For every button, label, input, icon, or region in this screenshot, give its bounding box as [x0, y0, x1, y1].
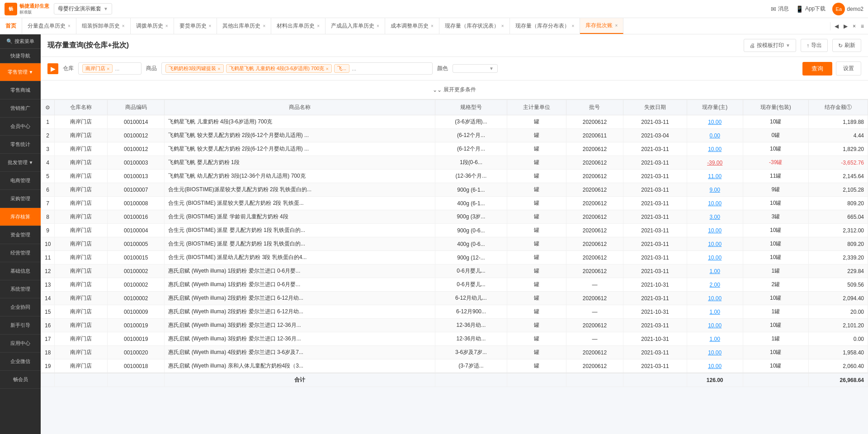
cell-qty-main[interactable]: 10.00	[687, 224, 743, 237]
sidebar-item-retail-mall[interactable]: 零售商城	[0, 81, 41, 99]
tab-nav-close[interactable]: ×	[851, 22, 858, 30]
table-row: 2 南岸门店 00100012 飞鹤星飞帆 较大婴儿配方奶粉 2段(6-12个月…	[41, 129, 868, 142]
tab-nav-left[interactable]: ◀	[833, 22, 840, 30]
tab-11[interactable]: 库存批次账 ×	[580, 18, 623, 34]
product-tag-close-2[interactable]: ×	[326, 66, 328, 71]
product-tag-more[interactable]: 飞...	[334, 64, 349, 73]
tab-close-10[interactable]: ×	[572, 24, 575, 28]
tab-nav: ◀ ▶ × ≡	[830, 22, 868, 30]
tab-8[interactable]: 成本调整单历史 ×	[385, 18, 439, 34]
cell-qty-main[interactable]: -39.00	[687, 156, 743, 170]
sidebar-item-guide[interactable]: 新手引导	[0, 316, 41, 335]
sidebar-item-basic-info[interactable]: 基础信息	[0, 262, 41, 280]
cell-no: 5	[41, 170, 55, 183]
tab-close-8[interactable]: ×	[431, 24, 434, 28]
sidebar-item-enterprise[interactable]: 企业协同	[0, 298, 41, 316]
warehouse-tag-close[interactable]: ×	[107, 66, 109, 71]
print-button[interactable]: 🖨 按模板打印 ▼	[744, 39, 796, 52]
industry-selector[interactable]: 母婴行业演示账套 ▼	[54, 3, 112, 14]
cell-name: 合生元 (BIOSTIME) 派星幼儿配方奶粉 3段 乳铁蛋白的4...	[165, 251, 435, 264]
tab-close-11[interactable]: ×	[615, 23, 618, 28]
product-tag-close-1[interactable]: ×	[217, 66, 220, 71]
cell-qty-main[interactable]: 1.00	[687, 332, 743, 346]
tab-7[interactable]: 产成品入库单历史 ×	[326, 18, 385, 34]
sidebar-item-retail-stats[interactable]: 零售统计	[0, 136, 41, 154]
cell-qty-main[interactable]: 10.00	[687, 292, 743, 305]
sidebar-item-system[interactable]: 系统管理	[0, 280, 41, 298]
cell-qty-main[interactable]: 10.00	[687, 346, 743, 359]
tab-close-4[interactable]: ×	[209, 24, 212, 28]
product-more-btn[interactable]: ...	[352, 66, 356, 72]
tab-5[interactable]: 其他出库单历史 ×	[217, 18, 271, 34]
tab-1[interactable]: 分量盘点单历史 ×	[22, 18, 76, 34]
cell-qty-main[interactable]: 10.00	[687, 115, 743, 129]
tab-home[interactable]: 首页	[0, 18, 22, 34]
product-tag-1[interactable]: 飞鹤奶粉3段丙罐提装 ×	[165, 64, 224, 73]
color-filter-label: 颜色	[437, 65, 448, 72]
product-filter-input[interactable]: 飞鹤奶粉3段丙罐提装 × 飞鹤星飞帆 儿童奶粉 4段(3-6岁适用) 700克 …	[161, 62, 433, 75]
warehouse-filter-input[interactable]: 南岸门店 × ...	[78, 62, 142, 75]
cell-qty-main[interactable]: 10.00	[687, 359, 743, 373]
sidebar-item-ecommerce[interactable]: 电商管理	[0, 172, 41, 190]
warehouse-more[interactable]: ...	[115, 66, 119, 72]
cell-qty-main[interactable]: 2.00	[687, 278, 743, 292]
user-menu[interactable]: Ea demo2	[832, 3, 863, 15]
tab-10[interactable]: 现存量（库存分布表） ×	[510, 18, 580, 34]
cell-qty-main[interactable]: 10.00	[687, 197, 743, 210]
sidebar-quick-nav[interactable]: 快捷导航	[0, 49, 41, 63]
sidebar-item-operations[interactable]: 经营管理	[0, 244, 41, 262]
sidebar-item-retail-mgmt[interactable]: 零售管理 ▼	[0, 63, 41, 81]
export-button[interactable]: ↑ 导出	[801, 39, 828, 52]
cell-qty-main[interactable]: 1.00	[687, 264, 743, 278]
sidebar-item-finance[interactable]: 资金管理	[0, 226, 41, 244]
app-download-button[interactable]: 📱 App下载	[796, 5, 826, 13]
message-button[interactable]: ✉ 消息	[771, 5, 789, 13]
color-filter-chevron[interactable]: ▼	[489, 66, 494, 71]
tab-close-5[interactable]: ×	[263, 24, 265, 28]
col-settings[interactable]: ⚙	[41, 100, 55, 115]
sidebar-item-wholesale[interactable]: 批发管理 ▼	[0, 154, 41, 172]
tab-6[interactable]: 材料出库单历史 ×	[271, 18, 326, 34]
cell-qty-main[interactable]: 10.00	[687, 142, 743, 156]
refresh-button[interactable]: ↻ 刷新	[832, 39, 861, 52]
sidebar-item-inventory[interactable]: 库存核算	[0, 208, 41, 226]
sidebar-search[interactable]: 🔍 搜索菜单	[0, 34, 41, 49]
tab-close-3[interactable]: ×	[165, 24, 168, 28]
tab-3[interactable]: 调拨单历史 ×	[131, 18, 174, 34]
cell-qty-main[interactable]: 9.00	[687, 183, 743, 197]
sidebar-item-app-center[interactable]: 应用中心	[0, 335, 41, 353]
sidebar-item-member[interactable]: 会员中心	[0, 118, 41, 136]
sidebar-item-wechat[interactable]: 企业微信	[0, 353, 41, 371]
cell-amount: 1,958.40	[808, 346, 868, 359]
cell-amount: 2,101.20	[808, 319, 868, 332]
cell-qty-main[interactable]: 10.00	[687, 237, 743, 251]
expand-more-button[interactable]: ⌄⌄ 展开更多条件	[429, 84, 480, 95]
tab-close-6[interactable]: ×	[317, 24, 320, 28]
tab-close-7[interactable]: ×	[377, 24, 379, 28]
cell-qty-main[interactable]: 10.00	[687, 251, 743, 264]
tab-nav-menu[interactable]: ≡	[859, 22, 866, 30]
sidebar-item-purchase[interactable]: 采购管理	[0, 190, 41, 208]
sidebar-item-member2[interactable]: 畅会员	[0, 371, 41, 389]
tab-close-9[interactable]: ×	[501, 24, 504, 28]
cell-qty-main[interactable]: 1.00	[687, 305, 743, 319]
product-tag-2[interactable]: 飞鹤星飞帆 儿童奶粉 4段(3-6岁适用) 700克 ×	[226, 64, 332, 73]
tab-close-1[interactable]: ×	[68, 24, 71, 28]
color-filter-input[interactable]: ▼	[453, 64, 498, 73]
tab-9[interactable]: 现存量（库存状况表） ×	[439, 18, 510, 34]
sidebar-item-marketing[interactable]: 营销推广	[0, 99, 41, 118]
warehouse-tag[interactable]: 南岸门店 ×	[82, 64, 113, 73]
search-button[interactable]: 查询	[802, 62, 832, 75]
tab-close-2[interactable]: ×	[122, 24, 125, 28]
cell-qty-pkg: 10罐	[743, 142, 808, 156]
cell-qty-main[interactable]: 10.00	[687, 319, 743, 332]
tab-2[interactable]: 组装拆卸单历史 ×	[76, 18, 131, 34]
cell-qty-main[interactable]: 0.00	[687, 129, 743, 142]
cell-qty-main[interactable]: 3.00	[687, 210, 743, 224]
col-unit: 主计量单位	[507, 100, 566, 115]
filter-expand-arrow[interactable]: ▶	[47, 63, 58, 74]
tab-4[interactable]: 要货单历史 ×	[174, 18, 217, 34]
tab-nav-right[interactable]: ▶	[842, 22, 849, 30]
cell-qty-main[interactable]: 11.00	[687, 170, 743, 183]
setting-button[interactable]: 设置	[836, 61, 861, 75]
